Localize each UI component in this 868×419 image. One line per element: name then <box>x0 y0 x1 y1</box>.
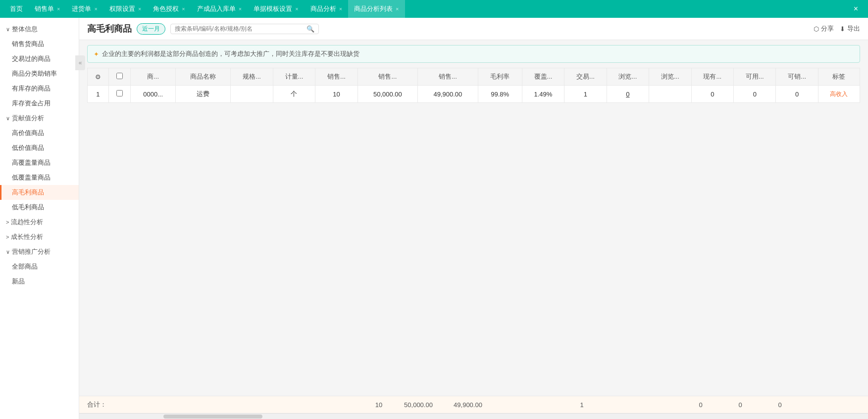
nav-tab[interactable]: 销售单× <box>29 0 66 18</box>
table-header-gross_margin: 毛利率 <box>478 68 522 86</box>
nav-tab[interactable]: 角色授权× <box>147 0 191 18</box>
footer-available: 0 <box>720 401 760 409</box>
close-window-button[interactable]: × <box>848 4 864 13</box>
row-sales-amount: 50,000.00 <box>357 86 417 103</box>
table-header-settings[interactable]: ⚙ <box>88 68 109 86</box>
sidebar-group-arrow: ∨ <box>6 26 10 33</box>
info-text: 企业的主要的利润都是这部分商品创造的，可考虑加大推广，同时关注库存是不要出现缺货 <box>102 49 359 58</box>
nav-tab[interactable]: 单据模板设置× <box>248 0 304 18</box>
table-header-current_stock: 现有... <box>691 68 733 86</box>
sidebar-item[interactable]: 商品分类助销率 <box>0 66 79 81</box>
table-header-code: 商... <box>131 68 175 86</box>
tab-close-button[interactable]: × <box>239 6 242 12</box>
sidebar-item[interactable]: 低毛利商品 <box>0 200 79 215</box>
nav-tab[interactable]: 首页 <box>4 0 29 18</box>
sidebar-collapse-button[interactable]: « <box>75 55 85 70</box>
table-header-spec: 规格... <box>231 68 273 86</box>
table-row: 10000...运费个1050,000.0049,900.0099.8%1.49… <box>88 86 860 103</box>
footer-transaction: 1 <box>562 401 602 409</box>
row-transaction: 1 <box>564 86 607 103</box>
data-table: ⚙商...商品名称规格...计量...销售...销售...销售...毛利率覆盖.… <box>87 68 860 103</box>
info-banner: ✦ 企业的主要的利润都是这部分商品创造的，可考虑加大推广，同时关注库存是不要出现… <box>87 45 860 63</box>
horizontal-scrollbar[interactable] <box>79 413 868 419</box>
sidebar-item[interactable]: 高覆盖量商品 <box>0 155 79 170</box>
tab-close-button[interactable]: × <box>295 6 298 12</box>
tab-close-button[interactable]: × <box>94 6 97 12</box>
sidebar-item[interactable]: 交易过的商品 <box>0 51 79 66</box>
row-browse1[interactable]: 0 <box>607 86 649 103</box>
sidebar-item[interactable]: 新品 <box>0 274 79 289</box>
table-header-sellable: 可销... <box>776 68 818 86</box>
sidebar-item[interactable]: 有库存的商品 <box>0 81 79 96</box>
share-icon: ⬡ <box>814 25 819 33</box>
filter-period-button[interactable]: 近一月 <box>137 23 165 35</box>
row-browse2 <box>649 86 691 103</box>
table-header-transaction: 交易... <box>564 68 607 86</box>
search-icon[interactable]: 🔍 <box>306 25 314 33</box>
content-header: 高毛利商品 近一月 🔍 ⬡ 分享 ⬇ 导出 <box>79 18 868 40</box>
export-button[interactable]: ⬇ 导出 <box>840 24 860 33</box>
sidebar-group-title[interactable]: ∨整体信息 <box>0 22 79 37</box>
tab-close-button[interactable]: × <box>339 6 342 12</box>
sidebar-item[interactable]: 销售货商品 <box>0 37 79 51</box>
tab-close-button[interactable]: × <box>57 6 60 12</box>
page-title: 高毛利商品 <box>87 23 132 35</box>
tab-close-button[interactable]: × <box>138 6 141 12</box>
search-box: 🔍 <box>170 24 319 34</box>
header-actions: ⬡ 分享 ⬇ 导出 <box>814 24 860 33</box>
footer-label: 合计： <box>87 400 106 409</box>
sidebar-item[interactable]: 低覆盖量商品 <box>0 170 79 185</box>
nav-tab[interactable]: 商品分析× <box>305 0 348 18</box>
sidebar-group-title[interactable]: >流趋性分析 <box>0 215 79 230</box>
settings-icon[interactable]: ⚙ <box>95 73 101 81</box>
tag-label: 高收入 <box>830 91 848 97</box>
sidebar-group-arrow: ∨ <box>6 115 10 122</box>
sidebar-group-title[interactable]: ∨营销推广分析 <box>0 244 79 259</box>
share-label: 分享 <box>821 24 834 33</box>
nav-tab[interactable]: 商品分析列表× <box>348 0 405 18</box>
nav-tab[interactable]: 进货单× <box>66 0 103 18</box>
footer-total: 合计： 10 50,000.00 49,900.00 1 0 0 0 <box>79 396 868 413</box>
select-all-checkbox[interactable] <box>116 73 123 79</box>
browse-link[interactable]: 0 <box>626 91 629 98</box>
row-sellable: 0 <box>776 86 818 103</box>
footer-sales-qty: 10 <box>364 401 394 409</box>
nav-tab[interactable]: 产成品入库单× <box>191 0 248 18</box>
table-header-sales_cost: 销售... <box>418 68 478 86</box>
row-code: 0000... <box>131 86 175 103</box>
row-tag: 高收入 <box>818 86 860 103</box>
sidebar-item[interactable]: 高价值商品 <box>0 126 79 140</box>
sidebar-group-arrow: > <box>6 234 9 240</box>
row-sales-qty: 10 <box>315 86 357 103</box>
tab-close-button[interactable]: × <box>182 6 185 12</box>
row-gross-margin: 99.8% <box>478 86 522 103</box>
sidebar-group-arrow: > <box>6 219 9 225</box>
sidebar-group-title[interactable]: ∨贡献值分析 <box>0 111 79 126</box>
sidebar-item[interactable]: 低价值商品 <box>0 140 79 155</box>
sidebar-item[interactable]: 高毛利商品 <box>0 185 79 200</box>
search-input[interactable] <box>175 25 305 32</box>
footer-sales-amount: 50,000.00 <box>394 401 443 409</box>
nav-tab[interactable]: 权限设置× <box>103 0 147 18</box>
tab-close-button[interactable]: × <box>396 6 399 12</box>
scrollbar-thumb[interactable] <box>163 415 262 419</box>
table-header-browse1: 浏览... <box>607 68 649 86</box>
footer-sales-cost: 49,900.00 <box>443 401 493 409</box>
row-available: 0 <box>734 86 776 103</box>
sidebar-item[interactable]: 库存资金占用 <box>0 96 79 111</box>
table-header-name: 商品名称 <box>175 68 230 86</box>
data-table-container: ⚙商...商品名称规格...计量...销售...销售...销售...毛利率覆盖.… <box>79 68 868 396</box>
sidebar-item[interactable]: 全部商品 <box>0 259 79 274</box>
table-header-checkbox[interactable] <box>108 68 131 86</box>
info-icon: ✦ <box>94 50 99 58</box>
share-button[interactable]: ⬡ 分享 <box>814 24 834 33</box>
table-header-unit: 计量... <box>273 68 315 86</box>
row-name: 运费 <box>175 86 230 103</box>
sidebar-group-title[interactable]: >成长性分析 <box>0 230 79 244</box>
row-select-checkbox[interactable] <box>116 90 123 96</box>
top-navigation: 首页销售单×进货单×权限设置×角色授权×产成品入库单×单据模板设置×商品分析×商… <box>0 0 868 18</box>
row-checkbox[interactable] <box>108 86 131 103</box>
table-header-sales_qty: 销售... <box>315 68 357 86</box>
table-header-available: 可用... <box>734 68 776 86</box>
export-icon: ⬇ <box>840 25 845 33</box>
